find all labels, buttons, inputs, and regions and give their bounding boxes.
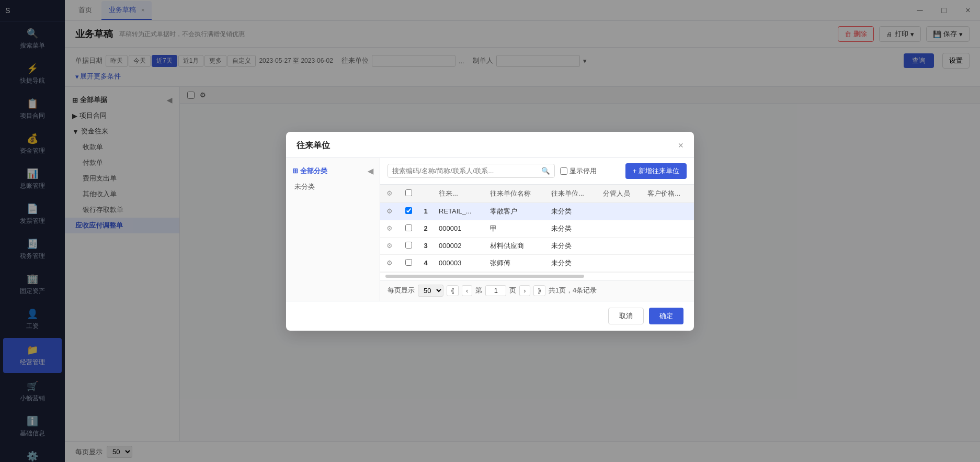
category-item-unclassified[interactable]: 未分类 — [286, 179, 380, 195]
row-manager — [598, 202, 643, 220]
table-row[interactable]: ⚙ 3 000002 材料供应商 未分类 — [380, 237, 694, 254]
dialog-title: 往来单位 — [297, 140, 330, 151]
dialog-search-input[interactable] — [388, 164, 537, 177]
row-checkbox-cell — [399, 254, 418, 272]
col-header-gear[interactable]: ⚙ — [380, 185, 399, 203]
show-disabled-checkbox[interactable] — [560, 167, 567, 175]
col-header-code: 往来... — [434, 185, 485, 203]
row-num: 2 — [418, 220, 434, 237]
horizontal-scrollbar[interactable] — [385, 275, 584, 278]
dialog-close-button[interactable]: × — [678, 140, 683, 151]
row-checkbox-cell — [399, 220, 418, 237]
dialog-select-all[interactable] — [405, 189, 412, 196]
table-row[interactable]: ⚙ 1 RETAIL_... 零散客户 未分类 — [380, 202, 694, 220]
dialog-search-box: 🔍 — [388, 164, 555, 178]
row-checkbox[interactable] — [405, 207, 412, 214]
row-checkbox-cell — [399, 237, 418, 254]
dialog-overlay: 往来单位 × ⊞ 全部分类 ◀ 未分类 — [0, 0, 980, 462]
dialog-last-page-button[interactable]: ⟫ — [533, 285, 545, 296]
col-header-price: 客户价格... — [642, 185, 694, 203]
table-row[interactable]: ⚙ 2 000001 甲 未分类 — [380, 220, 694, 237]
dialog-pagination: 每页显示 50 ⟪ ‹ 第 页 › ⟫ 共1页，4条记录 — [380, 280, 694, 301]
row-gear[interactable]: ⚙ — [380, 254, 399, 272]
row-name: 张师傅 — [485, 254, 546, 272]
show-disabled-label: 显示停用 — [560, 166, 597, 176]
category-collapse-button[interactable]: ◀ — [368, 167, 373, 175]
row-gear[interactable]: ⚙ — [380, 220, 399, 237]
grid-icon-dialog: ⊞ — [292, 167, 298, 175]
dialog-first-page-button[interactable]: ⟪ — [447, 285, 459, 296]
dialog-table-wrap: ⚙ 往来... 往来单位名称 往来单位... 分管人员 客户价格... — [380, 185, 694, 272]
row-checkbox-cell — [399, 202, 418, 220]
row-manager — [598, 254, 643, 272]
row-price — [642, 220, 694, 237]
row-name: 材料供应商 — [485, 237, 546, 254]
dialog-confirm-button[interactable]: 确定 — [649, 308, 683, 324]
row-name: 甲 — [485, 220, 546, 237]
row-price — [642, 202, 694, 220]
row-gear[interactable]: ⚙ — [380, 237, 399, 254]
col-header-check — [399, 185, 418, 203]
table-row[interactable]: ⚙ 4 000003 张师傅 未分类 — [380, 254, 694, 272]
row-checkbox[interactable] — [405, 242, 412, 249]
dialog-content: 🔍 显示停用 + 新增往来单位 ⚙ — [380, 158, 694, 301]
dialog-search-button[interactable]: 🔍 — [537, 165, 554, 177]
row-name: 零散客户 — [485, 202, 546, 220]
dialog-page-input[interactable] — [485, 285, 506, 296]
dialog-category: ⊞ 全部分类 ◀ 未分类 — [286, 158, 380, 301]
dialog-next-page-button[interactable]: › — [519, 285, 530, 296]
dialog-cancel-button[interactable]: 取消 — [608, 308, 644, 324]
category-header: ⊞ 全部分类 ◀ — [286, 163, 380, 179]
row-checkbox[interactable] — [405, 224, 412, 231]
row-category: 未分类 — [546, 220, 598, 237]
dialog-table: ⚙ 往来... 往来单位名称 往来单位... 分管人员 客户价格... — [380, 185, 694, 272]
row-code: 000001 — [434, 220, 485, 237]
row-num: 1 — [418, 202, 434, 220]
row-category: 未分类 — [546, 202, 598, 220]
dialog: 往来单位 × ⊞ 全部分类 ◀ 未分类 — [286, 132, 694, 331]
row-category: 未分类 — [546, 254, 598, 272]
dialog-header: 往来单位 × — [286, 132, 694, 158]
dialog-page-size-select[interactable]: 50 — [418, 285, 443, 297]
row-code: 000003 — [434, 254, 485, 272]
dialog-actions: 取消 确定 — [286, 301, 694, 331]
col-header-category: 往来单位... — [546, 185, 598, 203]
row-price — [642, 254, 694, 272]
row-num: 4 — [418, 254, 434, 272]
row-price — [642, 237, 694, 254]
row-checkbox[interactable] — [405, 259, 412, 266]
row-manager — [598, 220, 643, 237]
row-gear[interactable]: ⚙ — [380, 202, 399, 220]
row-category: 未分类 — [546, 237, 598, 254]
add-counterpart-button[interactable]: + 新增往来单位 — [625, 163, 687, 179]
row-num: 3 — [418, 237, 434, 254]
col-header-name: 往来单位名称 — [485, 185, 546, 203]
table-header-row: ⚙ 往来... 往来单位名称 往来单位... 分管人员 客户价格... — [380, 185, 694, 203]
row-code: 000002 — [434, 237, 485, 254]
dialog-body: ⊞ 全部分类 ◀ 未分类 🔍 显示停用 — [286, 158, 694, 301]
col-header-manager: 分管人员 — [598, 185, 643, 203]
row-manager — [598, 237, 643, 254]
dialog-prev-page-button[interactable]: ‹ — [462, 285, 472, 296]
col-header-num — [418, 185, 434, 203]
row-code: RETAIL_... — [434, 202, 485, 220]
dialog-toolbar: 🔍 显示停用 + 新增往来单位 — [380, 158, 694, 185]
